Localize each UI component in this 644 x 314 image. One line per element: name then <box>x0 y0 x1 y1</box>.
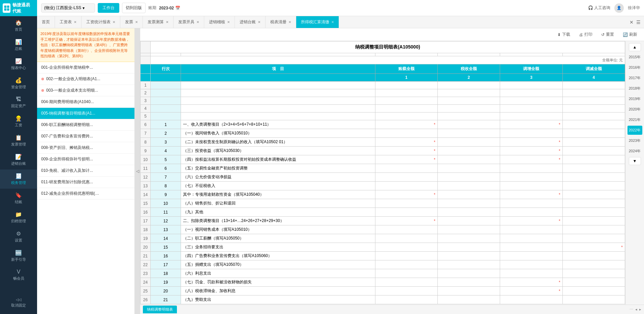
year-item-2016年[interactable]: 2016年 <box>627 63 642 72</box>
print-button[interactable]: 🖨 打印 <box>576 30 595 39</box>
cell-col4[interactable] <box>562 199 625 208</box>
list-item-item12[interactable]: 012-减免企业所得税优惠明细(… <box>37 188 134 199</box>
cell-col4[interactable] <box>562 138 625 147</box>
cell-col3[interactable]: * <box>500 120 562 129</box>
cell-col1[interactable] <box>375 252 437 260</box>
cell-hang[interactable]: 5 <box>151 155 181 164</box>
cell-hang[interactable] <box>151 105 181 113</box>
cell-col2[interactable] <box>437 164 500 173</box>
cell-project[interactable]: （七）不征税收入 <box>181 182 375 190</box>
cell-col4[interactable] <box>562 287 625 295</box>
list-item-item9[interactable]: 009-企业所得税弥补亏损明... <box>37 154 134 165</box>
sidebar-item-guide[interactable]: 🆕新手引导 <box>0 246 37 265</box>
cell-project[interactable]: （七）罚金、罚款和被没收财物的损失 <box>181 278 375 287</box>
tab-input_ledger[interactable]: 进销台账✕ <box>235 16 266 28</box>
cell-col3[interactable] <box>500 129 562 138</box>
cell-hang[interactable]: 4 <box>151 147 181 155</box>
year-item-2021年[interactable]: 2021年 <box>627 115 642 124</box>
tab-close-input_tax[interactable]: ✕ <box>227 20 230 24</box>
cell-col4[interactable] <box>562 295 625 304</box>
cell-col1[interactable]: * <box>375 120 437 129</box>
cell-hang[interactable]: 12 <box>151 217 181 225</box>
cell-col4[interactable] <box>562 217 625 225</box>
tab-close-invoice_calc[interactable]: ✕ <box>166 20 168 24</box>
sidebar-item-archive[interactable]: 📁归档管理 <box>0 208 37 227</box>
list-item-item8[interactable]: 008-资产折旧、摊销及纳税... <box>37 142 134 154</box>
cell-col3[interactable] <box>500 295 562 304</box>
cell-col3[interactable]: * <box>500 287 562 295</box>
cell-col4[interactable] <box>562 173 625 182</box>
cell-project[interactable] <box>181 105 375 113</box>
cell-col1[interactable] <box>375 97 437 105</box>
cell-col2[interactable] <box>437 138 500 147</box>
workbench-button[interactable]: 工作台 <box>98 3 119 13</box>
list-item-item7[interactable]: 007-广告费和业务宣传费跨... <box>37 131 134 142</box>
reset-button[interactable]: ↺ 重置 <box>599 30 617 39</box>
old-version-button[interactable]: 切到旧版 <box>122 3 146 13</box>
cell-col2[interactable] <box>437 199 500 208</box>
cell-hang[interactable] <box>151 89 181 97</box>
cell-col2[interactable] <box>437 208 500 217</box>
cell-col1[interactable] <box>375 260 437 269</box>
cell-col2[interactable] <box>437 234 500 243</box>
cell-col4[interactable] <box>562 97 625 105</box>
cell-col1[interactable]: * <box>375 217 437 225</box>
cell-col2[interactable] <box>437 97 500 105</box>
year-item-2015年[interactable]: 2015年 <box>627 53 642 62</box>
tab-close-tax_clear[interactable]: ✕ <box>288 20 291 24</box>
cell-hang[interactable]: 2 <box>151 129 181 138</box>
cell-project[interactable]: （六）公允价值变动净损益 <box>181 173 375 182</box>
cell-hang[interactable]: 13 <box>151 225 181 234</box>
cell-hang[interactable]: 19 <box>151 278 181 287</box>
close-all-icon[interactable]: ✕ <box>630 20 634 25</box>
menu-icon[interactable]: ☰ <box>636 20 641 25</box>
cell-col4[interactable] <box>562 225 625 234</box>
list-item-item1[interactable]: 001-企业所得税年度纳税申... <box>37 62 134 73</box>
cell-col4[interactable] <box>562 82 625 89</box>
sidebar-item-settings[interactable]: ⚙设置 <box>0 227 37 246</box>
cell-col3[interactable]: * <box>500 147 562 155</box>
tab-tax_clear[interactable]: 税表清册✕ <box>266 16 296 28</box>
cell-col3[interactable]: * <box>500 138 562 147</box>
year-item-2023年[interactable]: 2023年 <box>627 136 642 145</box>
cell-hang[interactable]: 14 <box>151 234 181 243</box>
cell-col3[interactable] <box>500 105 562 113</box>
scroll-left-icon[interactable]: ◂ <box>635 307 637 312</box>
cell-project[interactable]: （六）利息支出 <box>181 269 375 278</box>
cell-col2[interactable] <box>437 217 500 225</box>
sidebar-item-invoice_mgr[interactable]: 📋发票管理 <box>0 131 37 150</box>
collapse-panel-button[interactable]: ◁ <box>135 28 140 314</box>
cell-col3[interactable] <box>500 269 562 278</box>
year-item-2022年[interactable]: 2022年 <box>627 126 642 135</box>
cell-hang[interactable]: 9 <box>151 190 181 199</box>
cell-col4[interactable] <box>562 155 625 164</box>
cell-col2[interactable] <box>437 113 500 120</box>
cell-col2[interactable] <box>437 287 500 295</box>
cell-col4[interactable] <box>562 105 625 113</box>
cell-col3[interactable] <box>500 164 562 173</box>
cell-col4[interactable] <box>562 252 625 260</box>
cell-col4[interactable]: * <box>562 243 625 252</box>
tab-home[interactable]: 首页 <box>37 16 55 28</box>
cell-col3[interactable] <box>500 260 562 269</box>
sidebar-item-salary[interactable]: 👷工资 <box>0 112 37 131</box>
cell-col2[interactable] <box>437 243 500 252</box>
cell-project[interactable]: 一、收入类调整项目（2+3+4+5+6+7+8+10+11） <box>181 120 375 129</box>
cell-project[interactable] <box>181 82 375 89</box>
sidebar-item-ledger[interactable]: 📊总账 <box>0 35 37 55</box>
cell-hang[interactable]: 21 <box>151 295 181 304</box>
cell-col3[interactable] <box>500 225 562 234</box>
cell-col2[interactable] <box>437 260 500 269</box>
cell-col3[interactable] <box>500 182 562 190</box>
cell-col2[interactable] <box>437 252 500 260</box>
cell-col4[interactable] <box>562 278 625 287</box>
cell-col3[interactable] <box>500 208 562 217</box>
refresh-button[interactable]: 🔄 刷新 <box>620 30 640 39</box>
cell-project[interactable]: （一）视同销售成本（填写A105010） <box>181 225 375 234</box>
cell-col2[interactable] <box>437 155 500 164</box>
sidebar-item-home[interactable]: 🏠首页 <box>0 16 37 35</box>
cell-col3[interactable] <box>500 199 562 208</box>
cell-col4[interactable] <box>562 147 625 155</box>
cell-col4[interactable] <box>562 120 625 129</box>
cell-project[interactable]: （二）职工薪酬（填写A105050） <box>181 234 375 243</box>
